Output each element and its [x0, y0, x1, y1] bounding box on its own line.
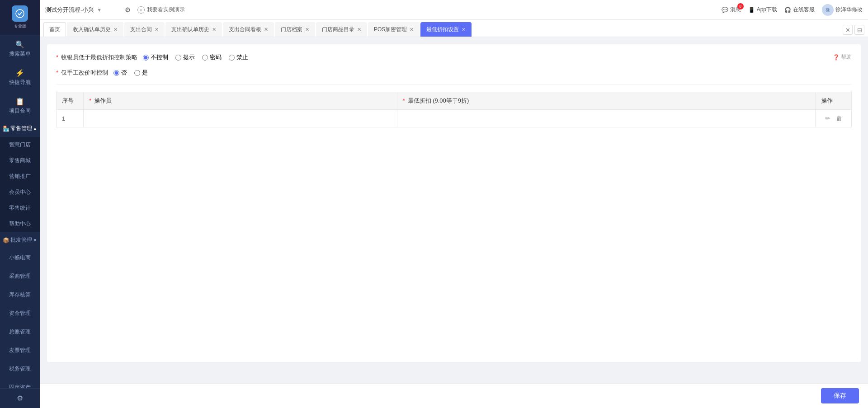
radio-no-control-input[interactable]	[143, 55, 149, 61]
app-download-btn[interactable]: 📱 App下载	[748, 6, 777, 14]
payment-contract-label: 支出合同	[130, 26, 152, 33]
headset-icon: 🎧	[784, 7, 791, 13]
radio-hint-input[interactable]	[175, 55, 181, 61]
sidebar: 专业版 🔍 搜索菜单 ⚡ 快捷导航 📋 项目合同 🏪 零售管理 ▲ 智慧门店	[0, 0, 40, 408]
user-profile-btn[interactable]: 徐 徐泽华修改	[822, 4, 863, 16]
close-payment-board-btn[interactable]: ✕	[264, 27, 268, 33]
radio-password-label: 密码	[210, 53, 222, 61]
customer-service-btn[interactable]: 🎧 在线客服	[784, 6, 815, 14]
wholesale-icon: 📦	[3, 237, 9, 244]
tab-payment-board[interactable]: 支出合同看板 ✕	[223, 22, 274, 37]
help-btn[interactable]: ❓ 帮助	[833, 53, 852, 61]
tab-store-product[interactable]: 门店商品目录 ✕	[316, 22, 367, 37]
sidebar-item-tax[interactable]: 税务管理	[0, 360, 40, 378]
close-all-tabs-btn[interactable]: ✕	[843, 25, 853, 35]
col-header-operator: * 操作员	[84, 92, 397, 110]
sidebar-item-help[interactable]: 帮助中心	[0, 216, 40, 232]
payment-confirm-label: 支出确认单历史	[171, 26, 209, 33]
manual-control-label: * 仅手工改价时控制	[56, 69, 108, 77]
home-tab-label: 首页	[49, 26, 60, 33]
sidebar-label-retail-stats: 零售统计	[9, 205, 31, 211]
sidebar-item-marketing[interactable]: 营销推广	[0, 169, 40, 184]
radio-manual-no-label: 否	[121, 69, 127, 77]
close-min-discount-btn[interactable]: ✕	[462, 27, 466, 33]
demo-link[interactable]: ○ 我要看实例演示	[137, 6, 185, 14]
radio-manual-no-input[interactable]	[113, 70, 119, 76]
radio-hint[interactable]: 提示	[175, 53, 195, 61]
sidebar-item-retail-stats[interactable]: 零售统计	[0, 200, 40, 216]
store-file-label: 门店档案	[281, 26, 302, 33]
radio-forbid-input[interactable]	[229, 55, 235, 61]
contract-icon: 📋	[15, 97, 24, 106]
sidebar-label-finance: 资金管理	[9, 310, 31, 317]
sidebar-label-ecommerce: 小畅电商	[9, 254, 31, 262]
message-btn[interactable]: 💬 消息 8	[722, 6, 741, 14]
close-store-file-btn[interactable]: ✕	[305, 27, 309, 33]
table-row: 1 ✏ 🗑	[57, 110, 852, 127]
app-version-label: 专业版	[14, 23, 26, 29]
sidebar-item-finance[interactable]: 资金管理	[0, 304, 40, 323]
sidebar-label-help: 帮助中心	[9, 220, 31, 227]
sidebar-item-smart-store[interactable]: 智慧门店	[0, 137, 40, 153]
sidebar-retail-header[interactable]: 🏪 零售管理 ▲	[0, 120, 40, 137]
radio-forbid[interactable]: 禁止	[229, 53, 248, 61]
radio-no-control[interactable]: 不控制	[143, 53, 168, 61]
save-button[interactable]: 保存	[821, 388, 859, 403]
close-store-product-btn[interactable]: ✕	[357, 27, 361, 33]
tabs-menu-btn[interactable]: ⊟	[854, 25, 864, 35]
sidebar-label-invoice: 发票管理	[9, 347, 31, 354]
sidebar-item-inventory[interactable]: 库存核算	[0, 286, 40, 304]
sidebar-item-ledger[interactable]: 总账管理	[0, 323, 40, 341]
tab-payment-contract[interactable]: 支出合同 ✕	[124, 22, 165, 37]
delete-row-btn[interactable]: 🗑	[834, 113, 844, 123]
radio-manual-no[interactable]: 否	[113, 69, 127, 77]
logo-icon	[12, 5, 28, 22]
tab-payment-confirm[interactable]: 支出确认单历史 ✕	[165, 22, 222, 37]
cell-action: ✏ 🗑	[816, 110, 852, 127]
svg-point-0	[16, 9, 24, 18]
form-section: ❓ 帮助 * 收银员低于最低折扣控制策略 不控制	[56, 53, 852, 84]
project-selector[interactable]: 测试分开流程-小兴 ▼	[45, 6, 118, 14]
tab-home[interactable]: 首页	[43, 22, 66, 37]
tab-income-confirm[interactable]: 收入确认单历史 ✕	[67, 22, 123, 37]
sidebar-item-member[interactable]: 会员中心	[0, 184, 40, 200]
message-badge: 8	[737, 3, 744, 9]
app-logo: 专业版	[0, 0, 40, 35]
user-name: 徐泽华修改	[835, 6, 863, 14]
radio-manual-yes[interactable]: 是	[134, 69, 148, 77]
sidebar-section-wholesale: 📦 批发管理 ▼	[0, 232, 40, 249]
content-area: ❓ 帮助 * 收银员低于最低折扣控制策略 不控制	[40, 37, 868, 408]
sidebar-item-quicknav[interactable]: ⚡ 快捷导航	[0, 63, 40, 92]
tab-store-file[interactable]: 门店档案 ✕	[275, 22, 315, 37]
close-pos-password-btn[interactable]: ✕	[410, 27, 414, 33]
sidebar-label-ledger: 总账管理	[9, 328, 31, 336]
sidebar-wholesale-header[interactable]: 📦 批发管理 ▼	[0, 232, 40, 249]
row-seq-value: 1	[62, 115, 65, 122]
topbar-settings-btn[interactable]: ⚙	[121, 4, 134, 16]
search-icon: 🔍	[15, 40, 24, 49]
customer-service-label: 在线客服	[793, 6, 815, 14]
tab-pos-password[interactable]: POS加密管理 ✕	[368, 22, 420, 37]
topbar-right: 💬 消息 8 📱 App下载 🎧 在线客服 徐 徐泽华修改	[722, 4, 863, 16]
sidebar-item-ecommerce[interactable]: 小畅电商	[0, 249, 40, 267]
close-payment-confirm-btn[interactable]: ✕	[212, 27, 216, 33]
sidebar-settings-btn[interactable]: ⚙	[0, 388, 40, 408]
footer-bar: 保存	[40, 383, 868, 408]
sidebar-item-search[interactable]: 🔍 搜索菜单	[0, 35, 40, 63]
table-header-row: 序号 * 操作员 * 最低折扣 (9.00等于9折) 操作	[57, 92, 852, 110]
sidebar-item-retail-mall[interactable]: 零售商城	[0, 153, 40, 169]
radio-password[interactable]: 密码	[202, 53, 222, 61]
close-income-confirm-btn[interactable]: ✕	[113, 27, 118, 33]
tabbar: 首页 收入确认单历史 ✕ 支出合同 ✕ 支出确认单历史 ✕ 支出合同看板 ✕ 门…	[40, 20, 868, 37]
sidebar-item-invoice[interactable]: 发票管理	[0, 341, 40, 360]
radio-password-input[interactable]	[202, 55, 208, 61]
cell-operator	[84, 110, 397, 127]
sidebar-item-contract[interactable]: 📋 项目合同	[0, 92, 40, 120]
radio-manual-yes-input[interactable]	[134, 70, 140, 76]
edit-row-btn[interactable]: ✏	[823, 113, 833, 123]
sidebar-item-fixed-assets[interactable]: 固定资产	[0, 378, 40, 388]
sidebar-item-purchase[interactable]: 采购管理	[0, 267, 40, 286]
tab-min-discount[interactable]: 最低折扣设置 ✕	[420, 22, 472, 37]
close-payment-contract-btn[interactable]: ✕	[155, 27, 159, 33]
sidebar-label-purchase: 采购管理	[9, 272, 31, 280]
